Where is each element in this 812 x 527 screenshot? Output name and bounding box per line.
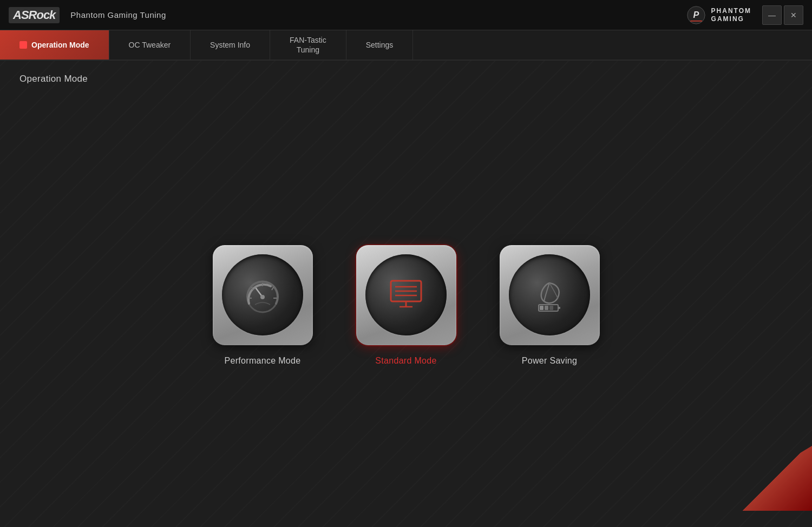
minimize-button[interactable]: — xyxy=(762,5,782,25)
monitor-list-icon xyxy=(384,273,428,317)
standard-mode-label: Standard Mode xyxy=(375,356,436,366)
close-button[interactable]: ✕ xyxy=(784,5,803,25)
phantom-logo-text: PHANTOM GAMING xyxy=(711,7,751,23)
tab-fan-tastic-label: FAN-Tastic Tuning xyxy=(290,35,326,55)
svg-rect-21 xyxy=(554,306,557,310)
asrock-logo: ASRock xyxy=(9,7,60,23)
phantom-logo: P PHANTOM GAMING xyxy=(686,5,751,25)
window-controls: — ✕ xyxy=(762,5,803,25)
tab-operation-mode[interactable]: Operation Mode xyxy=(0,30,109,60)
power-saving-inner xyxy=(509,254,590,335)
leaf-battery-icon xyxy=(528,273,571,317)
standard-mode-icon-wrapper xyxy=(356,245,456,345)
titlebar: ASRock Phantom Gaming Tuning P PHANTOM G… xyxy=(0,0,812,30)
power-saving-label: Power Saving xyxy=(522,356,577,366)
app-title: Phantom Gaming Tuning xyxy=(70,10,166,19)
svg-rect-20 xyxy=(549,306,553,310)
tab-oc-tweaker-label: OC Tweaker xyxy=(129,41,171,49)
svg-line-6 xyxy=(272,287,273,290)
svg-point-9 xyxy=(260,295,265,299)
tab-operation-mode-label: Operation Mode xyxy=(31,41,89,49)
standard-mode-inner xyxy=(365,254,447,335)
svg-rect-18 xyxy=(540,306,543,310)
performance-mode-label: Performance Mode xyxy=(225,356,301,366)
navbar: Operation Mode OC Tweaker System Info FA… xyxy=(0,30,812,61)
tab-settings[interactable]: Settings xyxy=(346,30,414,60)
power-saving-card[interactable]: Power Saving xyxy=(500,245,600,366)
performance-mode-card[interactable]: Performance Mode xyxy=(213,245,313,366)
power-saving-icon-wrapper xyxy=(500,245,600,345)
tab-system-info-label: System Info xyxy=(210,41,250,49)
svg-rect-17 xyxy=(558,307,560,309)
tab-fan-tastic[interactable]: FAN-Tastic Tuning xyxy=(270,30,346,60)
svg-text:P: P xyxy=(693,10,699,19)
performance-mode-icon-wrapper xyxy=(213,245,313,345)
tab-settings-label: Settings xyxy=(366,41,394,49)
standard-mode-card[interactable]: Standard Mode xyxy=(356,245,456,366)
section-title: Operation Mode xyxy=(0,61,812,94)
cards-area: Performance Mode xyxy=(0,94,812,527)
svg-rect-19 xyxy=(545,306,548,310)
tab-oc-tweaker[interactable]: OC Tweaker xyxy=(109,30,191,60)
main-content: Operation Mode xyxy=(0,61,812,527)
phantom-logo-icon: P xyxy=(686,5,706,25)
speedometer-icon xyxy=(241,273,284,317)
performance-mode-inner xyxy=(222,254,303,335)
tab-system-info[interactable]: System Info xyxy=(191,30,270,60)
